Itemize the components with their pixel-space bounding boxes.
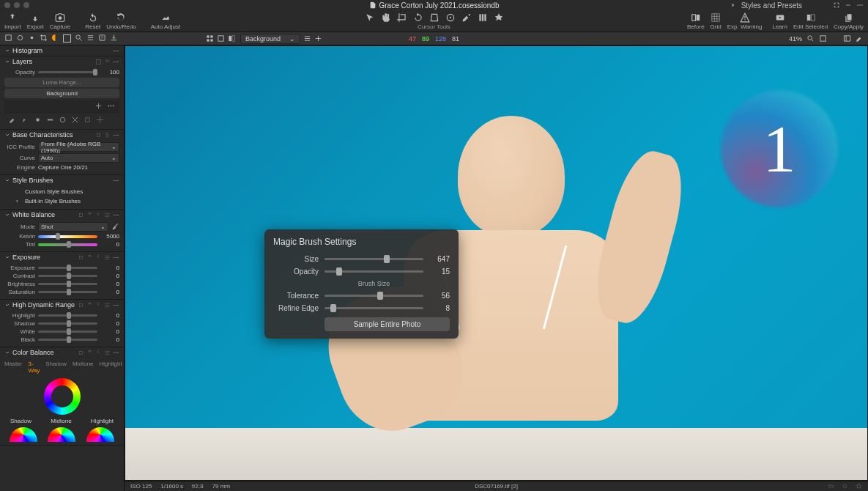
gradient-tool-icon[interactable] <box>478 12 488 23</box>
hdr-panel-header[interactable]: High Dynamic Range <box>0 300 124 310</box>
more-icon[interactable] <box>113 350 119 356</box>
status-rating-icon[interactable] <box>828 483 834 490</box>
more-icon[interactable] <box>113 212 119 218</box>
reset-icon[interactable] <box>95 302 102 309</box>
sample-entire-photo-button[interactable]: Sample Entire Photo <box>324 317 450 331</box>
cb-tab-master[interactable]: Master <box>4 361 22 374</box>
more-icon[interactable] <box>113 48 119 54</box>
color-balance-panel-header[interactable]: Color Balance <box>0 347 124 358</box>
fullscreen-icon[interactable] <box>833 1 840 9</box>
styles-tab-icon[interactable] <box>86 34 94 43</box>
preset-icon[interactable] <box>104 350 111 356</box>
exposure-0-slider[interactable] <box>38 267 97 269</box>
edit-selected-button[interactable]: Edit Selected <box>793 12 828 30</box>
hdr-2-slider[interactable] <box>38 331 97 333</box>
copy-icon[interactable] <box>78 254 84 261</box>
brush-a-icon[interactable] <box>9 116 17 124</box>
brush-e-icon[interactable] <box>59 116 67 124</box>
view-single-icon[interactable] <box>217 34 225 43</box>
crop-tool-icon[interactable] <box>397 12 407 23</box>
color-wheel-mid-small[interactable] <box>48 427 75 442</box>
exposure-3-slider[interactable] <box>38 291 97 293</box>
tolerance-slider[interactable] <box>324 295 423 297</box>
autoadjust-button[interactable]: Auto Adjust <box>151 12 180 30</box>
metadata-tab-icon[interactable] <box>98 34 106 43</box>
add-layer-icon[interactable] <box>94 102 103 110</box>
view-split-icon[interactable] <box>228 34 236 43</box>
color-wheel-highlight[interactable] <box>86 427 114 442</box>
base-char-panel-header[interactable]: Base Characteristics <box>0 130 124 140</box>
paste-icon[interactable] <box>86 254 93 261</box>
brush-h-icon[interactable] <box>96 116 104 124</box>
histogram-panel-header[interactable]: Histogram <box>0 45 124 56</box>
refine-edge-slider[interactable] <box>324 307 423 309</box>
library-tab-icon[interactable] <box>4 34 12 43</box>
hdr-3-slider[interactable] <box>38 339 97 341</box>
brush-c-icon[interactable] <box>34 116 42 124</box>
copy-icon[interactable] <box>78 212 84 218</box>
zoom-icon[interactable] <box>806 34 815 43</box>
adjust-tab-icon[interactable] <box>51 34 59 43</box>
more-icon[interactable] <box>856 1 864 9</box>
grid-button[interactable]: Grid <box>711 12 722 30</box>
reset-icon[interactable] <box>95 254 102 261</box>
keystone-tool-icon[interactable] <box>429 12 439 23</box>
view-grid-icon[interactable] <box>206 34 214 43</box>
more-icon[interactable] <box>107 102 115 110</box>
output-tab-icon[interactable] <box>110 34 118 43</box>
reset-icon[interactable] <box>104 132 111 139</box>
more-icon[interactable] <box>113 132 119 139</box>
brush-opacity-slider[interactable] <box>324 270 423 273</box>
capture-button[interactable]: Capture <box>50 12 70 30</box>
more-icon[interactable] <box>113 177 119 184</box>
tint-slider[interactable] <box>38 243 97 246</box>
lens-tab-icon[interactable] <box>28 34 36 43</box>
brush-size-slider[interactable] <box>324 258 423 260</box>
more-icon[interactable] <box>113 302 119 309</box>
color-tab-icon[interactable] <box>63 34 71 43</box>
capture-tab-icon[interactable] <box>16 34 24 43</box>
exposure-panel-header[interactable]: Exposure <box>0 252 124 262</box>
learn-button[interactable]: Learn <box>772 12 787 30</box>
heal-tool-icon[interactable] <box>494 12 504 23</box>
brush-g-icon[interactable] <box>84 116 92 124</box>
more-icon[interactable] <box>113 254 119 261</box>
builtin-style-brushes[interactable]: ›Built-in Style Brushes <box>4 196 119 206</box>
more-icon[interactable] <box>113 59 119 65</box>
layer-selector[interactable]: Background ⌄ <box>240 34 300 44</box>
brush-b-icon[interactable] <box>21 116 29 124</box>
brush-f-icon[interactable] <box>71 116 79 124</box>
magic-brush-tool-icon[interactable] <box>461 12 472 23</box>
status-tag-icon[interactable] <box>842 483 848 490</box>
crop-tab-icon[interactable] <box>40 34 48 43</box>
copy-icon[interactable] <box>78 350 84 356</box>
kelvin-slider[interactable] <box>38 235 97 238</box>
custom-style-brushes[interactable]: Custom Style Brushes <box>4 187 119 196</box>
pointer-tool-icon[interactable] <box>365 12 375 23</box>
reset-icon[interactable] <box>95 212 102 218</box>
hdr-1-slider[interactable] <box>38 322 97 325</box>
preset-icon[interactable] <box>104 254 111 261</box>
layers-b-icon[interactable] <box>104 59 111 65</box>
paste-icon[interactable] <box>86 212 93 218</box>
details-tab-icon[interactable] <box>75 34 83 43</box>
exposure-1-slider[interactable] <box>38 275 97 277</box>
reset-icon[interactable] <box>95 350 102 356</box>
undoredo-button[interactable]: Undo/Redo <box>106 12 136 30</box>
image-canvas[interactable]: 1 Magic Brush Settings Size 647 Opacity … <box>125 46 867 480</box>
copy-icon[interactable] <box>78 302 84 309</box>
exp-warning-button[interactable]: Exp. Warning <box>727 12 763 30</box>
layer-background[interactable]: Background <box>4 89 119 98</box>
luma-range-button[interactable]: Luma Range... <box>4 78 119 87</box>
copy-icon[interactable] <box>95 132 102 139</box>
import-button[interactable]: Import <box>4 12 21 30</box>
eyedropper-icon[interactable] <box>111 223 119 231</box>
rotate-tool-icon[interactable] <box>413 12 423 23</box>
paste-icon[interactable] <box>86 302 93 309</box>
icc-select[interactable]: From File (Adobe RGB (1998))⌄ <box>38 142 119 152</box>
chevron-right-icon[interactable] <box>730 1 737 9</box>
color-wheel-midtone[interactable] <box>44 378 81 415</box>
preset-icon[interactable] <box>104 212 111 218</box>
export-button[interactable]: Export <box>27 12 44 30</box>
curve-select[interactable]: Auto⌄ <box>38 153 119 163</box>
